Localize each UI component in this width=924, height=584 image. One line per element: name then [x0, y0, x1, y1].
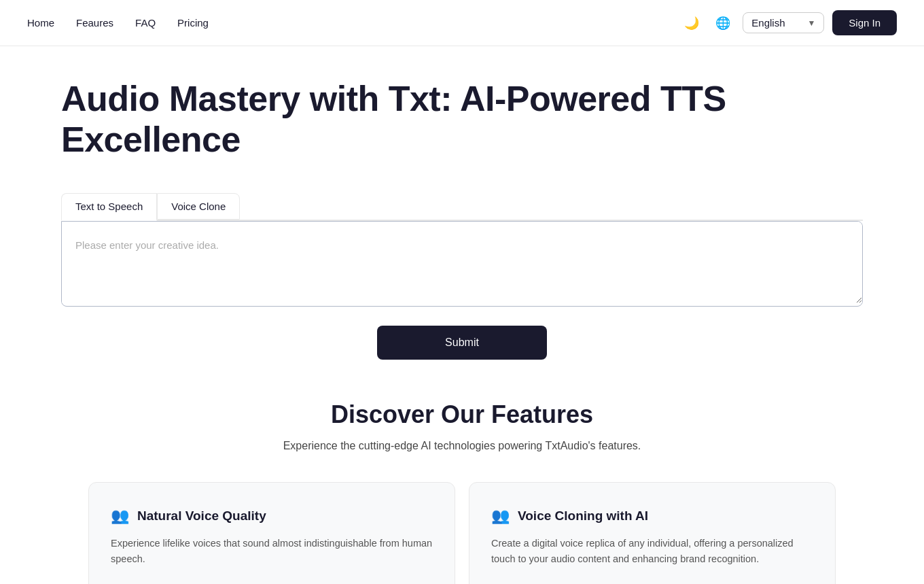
- creative-idea-input[interactable]: [62, 222, 862, 303]
- tab-group: Text to Speech Voice Clone: [61, 193, 863, 221]
- nav-features[interactable]: Feaures: [76, 17, 113, 29]
- nav-home[interactable]: Home: [27, 17, 54, 29]
- nav-faq[interactable]: FAQ: [135, 17, 156, 29]
- voice-cloning-icon: 👥: [491, 507, 510, 525]
- feature-card-header: 👥 Natural Voice Quality: [111, 507, 433, 525]
- feature-title-natural-voice: Natural Voice Quality: [137, 509, 266, 523]
- tab-text-to-speech[interactable]: Text to Speech: [61, 193, 157, 221]
- dark-mode-toggle[interactable]: 🌙: [680, 12, 703, 35]
- submit-button[interactable]: Submit: [377, 326, 547, 360]
- navbar: Home Feaures FAQ Pricing 🌙 🌐 English Spa…: [0, 0, 924, 46]
- feature-card-natural-voice: 👥 Natural Voice Quality Experience lifel…: [88, 482, 455, 584]
- feature-card-voice-cloning: 👥 Voice Cloning with AI Create a digital…: [469, 482, 836, 584]
- sign-in-button[interactable]: Sign In: [832, 10, 897, 35]
- feature-title-voice-cloning: Voice Cloning with AI: [518, 509, 648, 523]
- translate-icon: 🌐: [715, 16, 730, 31]
- feature-card-header: 👥 Voice Cloning with AI: [491, 507, 813, 525]
- nav-links: Home Feaures FAQ Pricing: [27, 17, 209, 29]
- natural-voice-icon: 👥: [111, 507, 129, 525]
- chevron-down-icon: ▼: [807, 18, 815, 28]
- nav-pricing[interactable]: Pricing: [177, 17, 209, 29]
- language-selector[interactable]: English Spanish French German Chinese Ja…: [743, 12, 824, 33]
- features-subtitle: Experience the cutting-edge AI technolog…: [88, 440, 836, 452]
- translate-button[interactable]: 🌐: [711, 12, 734, 35]
- tab-voice-clone[interactable]: Voice Clone: [157, 193, 240, 220]
- moon-icon: 🌙: [684, 16, 699, 31]
- feature-desc-natural-voice: Experience lifelike voices that sound al…: [111, 536, 433, 567]
- submit-wrapper: Submit: [61, 326, 863, 360]
- main-content: Audio Mastery with Txt: AI-Powered TTS E…: [0, 46, 924, 584]
- features-title: Discover Our Features: [88, 400, 836, 429]
- features-grid: 👥 Natural Voice Quality Experience lifel…: [88, 482, 836, 584]
- feature-desc-voice-cloning: Create a digital voice replica of any in…: [491, 536, 813, 567]
- text-input-container: [61, 221, 863, 307]
- features-section: Discover Our Features Experience the cut…: [61, 400, 863, 584]
- nav-right: 🌙 🌐 English Spanish French German Chines…: [680, 10, 897, 35]
- language-select[interactable]: English Spanish French German Chinese Ja…: [751, 17, 802, 29]
- hero-title: Audio Mastery with Txt: AI-Powered TTS E…: [61, 79, 863, 160]
